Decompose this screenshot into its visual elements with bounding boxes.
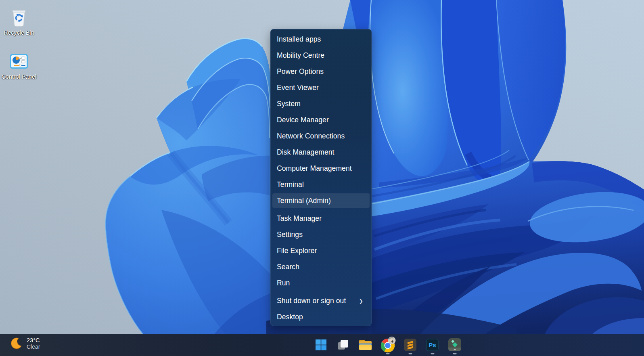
svg-text:Ps: Ps — [429, 341, 436, 348]
svg-text:w: w — [454, 348, 456, 351]
